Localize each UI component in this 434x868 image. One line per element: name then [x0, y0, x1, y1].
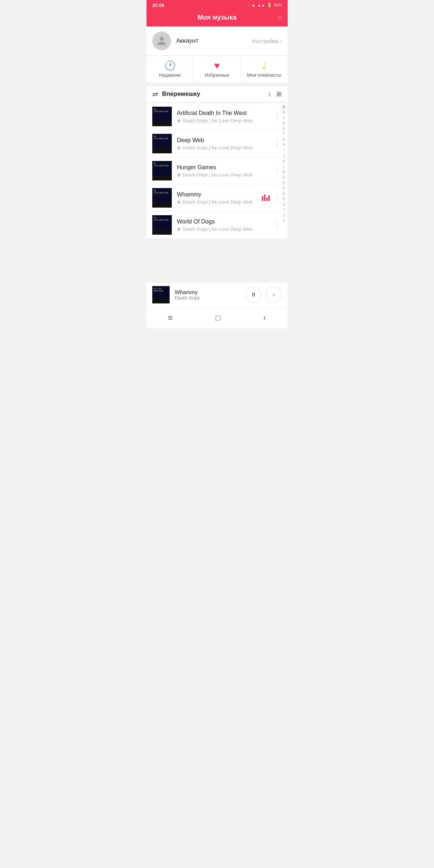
song-info: Artificial Death In The West ▣ Death Gri… — [177, 110, 273, 123]
next-button[interactable]: › — [266, 287, 282, 303]
alpha-letter-n[interactable]: N — [282, 175, 285, 180]
np-info: Whammy Death Grips — [175, 289, 241, 301]
alpha-letter-l[interactable]: L — [283, 164, 285, 169]
search-icon[interactable]: ○ — [277, 13, 282, 22]
alpha-letter-e[interactable]: E — [283, 126, 285, 131]
page-title: Моя музыка — [197, 14, 236, 21]
tab-playlists[interactable]: ♩ Мои плейлисты — [241, 56, 288, 83]
np-album-text: NO LOVEDEEP WEB — [154, 288, 163, 292]
now-playing-bar[interactable]: NO LOVEDEEP WEB Whammy Death Grips ⏸ › — [146, 282, 288, 307]
settings-link[interactable]: Настройки › — [252, 38, 282, 44]
file-icon: ▣ — [177, 118, 181, 123]
tab-recent[interactable]: 🕐 Недавние — [146, 56, 193, 83]
song-item[interactable]: NOLOVE DEEP WEB Whammy ▣ Death Grips | N… — [146, 184, 288, 212]
song-meta: ▣ Death Grips | No Love Deep Web — [177, 199, 262, 205]
menu-button[interactable]: ≡ — [162, 312, 178, 324]
battery-percent: 96% — [274, 3, 282, 7]
grid-icon[interactable]: ⊞ — [276, 90, 282, 98]
song-meta: ▣ Death Grips | No Love Deep Web — [177, 172, 273, 178]
song-artist-album: Death Grips | No Love Deep Web — [183, 172, 252, 178]
alpha-letter-a[interactable]: A — [283, 105, 285, 109]
tab-playlists-label: Мои плейлисты — [247, 72, 281, 78]
file-icon: ▣ — [177, 199, 181, 204]
file-icon: ▣ — [177, 172, 181, 177]
tab-favorites[interactable]: ♥ Избранные — [193, 56, 241, 83]
alpha-letter-k[interactable]: K — [283, 159, 285, 163]
song-info: Whammy ▣ Death Grips | No Love Deep Web — [177, 191, 262, 205]
np-album-strip — [152, 298, 170, 303]
album-strip — [152, 230, 172, 235]
empty-area — [146, 239, 288, 282]
song-title: Whammy — [177, 191, 262, 198]
playing-indicator — [262, 195, 270, 201]
toolbar-title: Вперемешку — [162, 90, 200, 98]
shuffle-icon[interactable]: ⇌ — [152, 90, 158, 98]
song-artist-album: Death Grips | No Love Deep Web — [183, 118, 252, 123]
song-artist-album: Death Grips | No Love Deep Web — [183, 199, 252, 205]
alpha-letter-s[interactable]: S — [283, 202, 285, 207]
song-title: Deep Web — [177, 137, 273, 144]
song-album-art: NOLOVE DEEP WEB — [152, 161, 172, 180]
status-time: 20:05 — [152, 3, 164, 8]
toolbar: ⇌ Вперемешку ↕ ⊞ — [146, 86, 288, 102]
alpha-letter-q[interactable]: Q — [282, 191, 285, 196]
alpha-letter-g[interactable]: G — [282, 137, 285, 142]
alpha-letter-r[interactable]: R — [282, 197, 285, 201]
song-album-art: NOLOVE DEEP WEB — [152, 134, 172, 153]
person-icon — [157, 36, 167, 46]
pause-button[interactable]: ⏸ — [246, 287, 261, 303]
song-album-art: NOLOVE DEEP WEB — [152, 188, 172, 208]
toolbar-left: ⇌ Вперемешку — [152, 90, 200, 98]
song-title: World Of Dogs — [177, 218, 273, 225]
alpha-letter-i[interactable]: I — [284, 148, 285, 153]
alpha-letter-b[interactable]: B — [283, 110, 285, 115]
album-text: NOLOVE DEEP WEB — [154, 109, 169, 113]
file-icon: ▣ — [177, 145, 181, 150]
avatar — [152, 31, 171, 50]
file-icon: ▣ — [177, 226, 181, 231]
song-info: Hunger Games ▣ Death Grips | No Love Dee… — [177, 164, 273, 178]
toolbar-right: ↕ ⊞ — [268, 90, 282, 98]
np-controls: ⏸ › — [246, 287, 282, 303]
song-title: Hunger Games — [177, 164, 273, 171]
alpha-letter-c[interactable]: C — [282, 115, 285, 120]
album-text: NOLOVE DEEP WEB — [154, 217, 169, 221]
bar2 — [264, 195, 265, 201]
alpha-letter-f[interactable]: F — [283, 132, 285, 136]
album-text: NOLOVE DEEP WEB — [154, 190, 169, 194]
alpha-letter-j[interactable]: J — [283, 153, 285, 158]
album-strip — [152, 175, 172, 180]
alpha-letter-v[interactable]: V — [283, 218, 285, 223]
bar4 — [268, 195, 270, 201]
album-text: NOLOVE DEEP WEB — [154, 163, 169, 167]
song-item[interactable]: NOLOVE DEEP WEB World Of Dogs ▣ Death Gr… — [146, 212, 288, 239]
home-button[interactable]: □ — [210, 312, 226, 324]
settings-label: Настройки — [252, 38, 278, 44]
tab-recent-label: Недавние — [159, 72, 181, 78]
alpha-index: ABCDEFGHIJKLMNOPQRSTUV — [280, 103, 288, 239]
alpha-letter-d[interactable]: D — [282, 121, 285, 125]
album-strip — [152, 121, 172, 126]
chevron-right-icon: › — [280, 38, 282, 44]
header: Моя музыка ○ — [146, 10, 288, 26]
song-item[interactable]: NOLOVE DEEP WEB Artificial Death In The … — [146, 103, 288, 130]
bar3 — [266, 197, 268, 201]
alpha-letter-t[interactable]: T — [283, 208, 285, 212]
alpha-letter-h[interactable]: H — [282, 142, 285, 147]
alpha-letter-u[interactable]: U — [282, 213, 285, 218]
song-meta: ▣ Death Grips | No Love Deep Web — [177, 118, 273, 123]
alpha-letter-p[interactable]: P — [283, 186, 285, 191]
song-item[interactable]: NOLOVE DEEP WEB Deep Web ▣ Death Grips |… — [146, 130, 288, 157]
alpha-letter-m[interactable]: M — [282, 170, 285, 174]
music-note-icon: ♩ — [262, 61, 266, 70]
nav-tabs: 🕐 Недавние ♥ Избранные ♩ Мои плейлисты — [146, 56, 288, 83]
battery-icon: 🔋 — [267, 3, 272, 8]
album-strip — [152, 203, 172, 208]
alpha-letter-o[interactable]: O — [282, 180, 285, 185]
sort-icon[interactable]: ↕ — [268, 90, 271, 98]
bar1 — [262, 196, 263, 201]
account-name: Аккаунт — [176, 37, 252, 44]
back-button[interactable]: ‹ — [258, 312, 272, 324]
song-item[interactable]: NOLOVE DEEP WEB Hunger Games ▣ Death Gri… — [146, 157, 288, 184]
song-list: NOLOVE DEEP WEB Artificial Death In The … — [146, 103, 288, 239]
